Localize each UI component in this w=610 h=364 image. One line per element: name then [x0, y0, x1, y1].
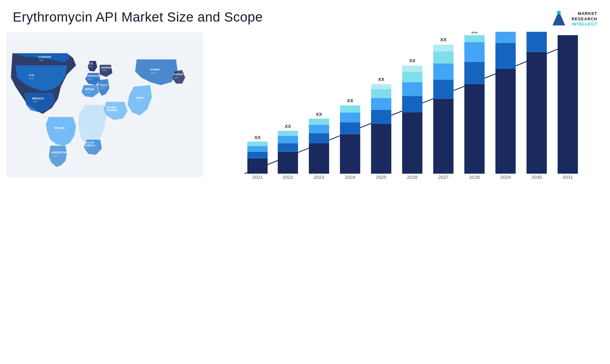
svg-text:2031: 2031 — [562, 175, 573, 180]
svg-text:2021: 2021 — [252, 175, 263, 180]
svg-rect-47 — [278, 131, 298, 136]
svg-rect-83 — [464, 84, 485, 174]
main-content: CANADA xx% U.S. xx% MEXICO xx% BRAZIL xx… — [0, 32, 610, 361]
logo-text: MARKET RESEARCH INTELLECT — [572, 11, 597, 27]
svg-text:xx%: xx% — [151, 71, 156, 74]
svg-text:XX: XX — [471, 32, 478, 34]
svg-rect-40 — [247, 146, 268, 152]
svg-text:xx%: xx% — [39, 59, 44, 62]
svg-text:XX: XX — [254, 135, 261, 140]
svg-text:xx%: xx% — [100, 86, 105, 89]
svg-text:xx%: xx% — [33, 100, 38, 103]
svg-rect-63 — [371, 110, 391, 124]
svg-rect-70 — [402, 96, 423, 112]
svg-rect-62 — [371, 124, 391, 173]
svg-text:2028: 2028 — [469, 175, 480, 180]
svg-text:xx%: xx% — [55, 130, 60, 133]
svg-rect-84 — [464, 62, 485, 84]
svg-rect-90 — [495, 43, 516, 69]
logo-area: MARKET RESEARCH INTELLECT — [549, 10, 597, 29]
svg-text:GERMANY: GERMANY — [101, 66, 117, 69]
svg-text:ARGENTINA: ARGENTINA — [51, 151, 69, 154]
svg-text:XX: XX — [440, 37, 447, 42]
svg-rect-77 — [433, 80, 454, 99]
bar-chart-section: XX 2021 XX 2022 XX 2023 XX 2024 — [203, 32, 604, 191]
map-section: CANADA xx% U.S. xx% MEXICO xx% BRAZIL xx… — [6, 32, 203, 191]
svg-text:xx%: xx% — [29, 77, 34, 80]
svg-rect-53 — [309, 118, 329, 125]
bottom-row: Market Segmentation 60 50 40 30 20 10 0 — [0, 361, 610, 364]
svg-marker-1 — [552, 14, 565, 25]
svg-text:xx%: xx% — [88, 65, 92, 68]
svg-rect-44 — [278, 152, 298, 174]
svg-text:CHINA: CHINA — [150, 68, 160, 71]
svg-text:XX: XX — [285, 124, 291, 129]
map-svg: CANADA xx% U.S. xx% MEXICO xx% BRAZIL xx… — [6, 32, 203, 178]
svg-text:2026: 2026 — [407, 175, 417, 180]
svg-rect-89 — [495, 69, 516, 174]
svg-rect-76 — [433, 99, 454, 174]
svg-text:MEXICO: MEXICO — [32, 97, 44, 100]
svg-rect-79 — [433, 51, 454, 64]
svg-rect-59 — [340, 105, 360, 112]
svg-text:xx%: xx% — [87, 78, 92, 80]
svg-rect-98 — [558, 35, 578, 174]
bar-chart-svg: XX 2021 XX 2022 XX 2023 XX 2024 — [210, 32, 597, 191]
svg-rect-94 — [526, 52, 547, 174]
svg-rect-39 — [247, 152, 268, 158]
svg-text:XX: XX — [378, 77, 384, 82]
svg-rect-66 — [371, 84, 391, 89]
svg-rect-58 — [340, 112, 360, 122]
svg-text:xx%: xx% — [137, 99, 141, 102]
svg-text:xx%: xx% — [102, 69, 107, 72]
svg-text:XX: XX — [316, 112, 322, 117]
svg-rect-91 — [495, 32, 516, 43]
svg-text:ITALY: ITALY — [100, 83, 108, 87]
svg-text:AFRICA: AFRICA — [84, 144, 95, 147]
svg-text:U.K.: U.K. — [88, 62, 94, 65]
svg-text:xx%: xx% — [84, 147, 89, 150]
svg-rect-65 — [371, 89, 391, 98]
svg-point-2 — [557, 11, 561, 15]
svg-text:xx%: xx% — [174, 76, 179, 79]
svg-text:ARABIA: ARABIA — [106, 108, 118, 112]
svg-text:XX: XX — [347, 98, 353, 103]
svg-rect-64 — [371, 98, 391, 110]
svg-text:xx%: xx% — [107, 112, 112, 115]
svg-rect-46 — [278, 136, 298, 143]
svg-text:FRANCE: FRANCE — [86, 74, 99, 78]
svg-rect-80 — [433, 44, 454, 51]
header: Erythromycin API Market Size and Scope M… — [0, 0, 610, 32]
svg-rect-73 — [402, 65, 423, 71]
svg-text:2027: 2027 — [438, 175, 449, 180]
svg-text:2025: 2025 — [376, 175, 386, 180]
svg-rect-95 — [526, 32, 547, 52]
svg-rect-86 — [464, 35, 485, 42]
svg-rect-57 — [340, 122, 360, 134]
svg-text:INDIA: INDIA — [136, 96, 144, 99]
svg-rect-45 — [278, 143, 298, 152]
svg-text:2024: 2024 — [345, 175, 355, 180]
map-container: CANADA xx% U.S. xx% MEXICO xx% BRAZIL xx… — [6, 32, 203, 178]
svg-text:SPAIN: SPAIN — [85, 87, 94, 91]
svg-rect-41 — [247, 142, 268, 146]
svg-text:2029: 2029 — [500, 175, 511, 180]
svg-rect-52 — [309, 125, 329, 133]
svg-rect-69 — [402, 112, 423, 174]
svg-rect-50 — [309, 143, 329, 174]
svg-rect-38 — [247, 158, 268, 174]
svg-rect-78 — [433, 64, 454, 80]
page-title: Erythromycin API Market Size and Scope — [13, 10, 263, 25]
svg-rect-85 — [464, 42, 485, 62]
svg-text:xx%: xx% — [85, 91, 90, 94]
svg-text:xx%: xx% — [53, 154, 58, 157]
logo-icon — [549, 10, 568, 29]
svg-rect-56 — [340, 134, 360, 173]
svg-rect-51 — [309, 133, 329, 143]
svg-text:U.S.: U.S. — [29, 73, 35, 77]
svg-text:XX: XX — [565, 32, 571, 33]
svg-text:2023: 2023 — [314, 175, 324, 180]
svg-rect-71 — [402, 82, 423, 96]
svg-text:2030: 2030 — [532, 175, 542, 180]
svg-text:JAPAN: JAPAN — [173, 72, 183, 76]
